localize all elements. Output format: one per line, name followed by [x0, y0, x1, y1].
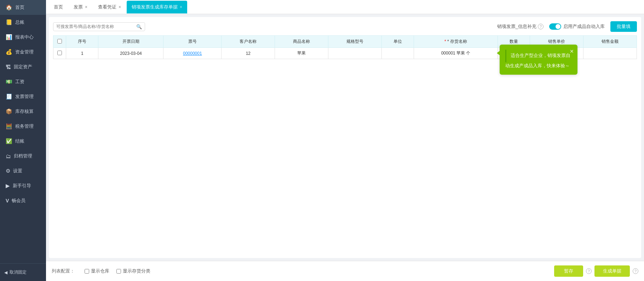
- tooltip-indicator: [505, 50, 506, 62]
- show-warehouse-checkbox[interactable]: [85, 269, 89, 274]
- toggle-label: 启用产成品自动入库: [563, 23, 605, 30]
- row-checkbox[interactable]: [57, 51, 62, 55]
- sidebar-item-tax[interactable]: 🧮 税务管理: [0, 119, 46, 134]
- select-all-checkbox[interactable]: [57, 39, 62, 44]
- fixed-assets-icon: 🏗: [6, 64, 11, 70]
- sidebar-item-settle[interactable]: ✅ 结账: [0, 134, 46, 149]
- sidebar-item-ledger[interactable]: 📒 总账: [0, 15, 46, 30]
- funds-icon: 💰: [6, 49, 12, 55]
- sidebar: 🏠 首页 📒 总账 📊 报表中心 💰 资金管理 🏗 固定资产 💵 工资 🧾 发票…: [0, 0, 46, 281]
- cell-amount: [583, 48, 637, 59]
- row-checkbox-cell: [53, 48, 66, 59]
- header-ticket-no: 票号: [163, 36, 222, 48]
- sidebar-label-ledger: 总账: [15, 19, 24, 25]
- show-category-checkbox[interactable]: [116, 269, 121, 274]
- show-category-checkbox-label[interactable]: 显示存货分类: [116, 268, 150, 274]
- tab-invoice-close[interactable]: ×: [85, 5, 87, 9]
- generate-help-icon[interactable]: ?: [633, 268, 638, 274]
- ledger-icon: 📒: [6, 19, 12, 25]
- cell-spec: [328, 48, 382, 59]
- sidebar-item-payroll[interactable]: 💵 工资: [0, 74, 46, 89]
- sidebar-label-invoice-mgmt: 发票管理: [15, 93, 34, 100]
- tab-home[interactable]: 首页: [49, 1, 68, 13]
- header-amount: 销售金额: [583, 36, 637, 48]
- toolbar-row: 🔍 销项发票_信息补充 ? 启用产成品自动入库 批量填: [53, 21, 637, 32]
- tab-home-label: 首页: [54, 4, 63, 10]
- header-seq: 序号: [66, 36, 98, 48]
- cell-inventory: 000001 苹果 个: [414, 48, 498, 59]
- save-help-icon[interactable]: ?: [586, 268, 592, 274]
- sidebar-item-reports[interactable]: 📊 报表中心: [0, 30, 46, 45]
- tab-voucher-close[interactable]: ×: [119, 5, 121, 9]
- sidebar-label-vip: 畅会员: [12, 197, 25, 204]
- sidebar-label-settings: 设置: [13, 168, 22, 174]
- toggle-area: 启用产成品自动入库: [549, 23, 605, 30]
- tooltip-close-button[interactable]: ✕: [570, 47, 574, 55]
- search-input[interactable]: [56, 24, 134, 29]
- header-inventory: * * 存货名称: [414, 36, 498, 48]
- sidebar-item-fixed-assets[interactable]: 🏗 固定资产: [0, 59, 46, 74]
- list-config-label: 列表配置：: [52, 268, 75, 274]
- sidebar-item-home[interactable]: 🏠 首页: [0, 0, 46, 15]
- info-help-icon[interactable]: ?: [538, 24, 544, 29]
- invoice-mgmt-icon: 🧾: [6, 93, 12, 100]
- show-warehouse-label: 显示仓库: [91, 268, 109, 274]
- tab-stock-entry[interactable]: 销项发票生成库存单据 ×: [127, 1, 187, 13]
- sidebar-bottom: ◀ 取消固定: [0, 263, 46, 281]
- archive-icon: 🗂: [6, 153, 11, 159]
- sidebar-label-guide: 新手引导: [13, 183, 31, 189]
- settings-icon: ⚙: [6, 168, 10, 174]
- search-icon: 🔍: [136, 24, 142, 29]
- home-icon: 🏠: [6, 4, 12, 11]
- sidebar-label-funds: 资金管理: [15, 49, 34, 55]
- header-customer: 客户名称: [222, 36, 275, 48]
- sidebar-item-invoice-mgmt[interactable]: 🧾 发票管理: [0, 89, 46, 104]
- unpin-button[interactable]: ◀ 取消固定: [0, 266, 46, 278]
- cell-date: 2023-03-04: [98, 48, 163, 59]
- cell-unit: [381, 48, 414, 59]
- sidebar-item-guide[interactable]: ▶ 新手引导: [0, 178, 46, 193]
- show-warehouse-checkbox-label[interactable]: 显示仓库: [85, 268, 109, 274]
- payroll-icon: 💵: [6, 79, 12, 85]
- bottom-bar: 列表配置： 显示仓库 显示存货分类 暂存 ? 生成单据 ?: [46, 261, 644, 281]
- header-unit: 单位: [381, 36, 414, 48]
- info-label-text: 销项发票_信息补充: [497, 23, 536, 30]
- sidebar-label-inventory: 库存核算: [15, 108, 34, 115]
- main-content: 首页 发票 × 查看凭证 × 销项发票生成库存单据 × 🔍 销项发票_信息补充: [46, 0, 644, 281]
- tooltip-popup: ✕ 适合生产型企业，销项发票自动生成产成品入库，快来体验～: [500, 45, 577, 75]
- sidebar-item-settings[interactable]: ⚙ 设置: [0, 164, 46, 178]
- sidebar-item-vip[interactable]: V 畅会员: [0, 193, 46, 208]
- tab-voucher-label: 查看凭证: [98, 4, 116, 10]
- sidebar-item-funds[interactable]: 💰 资金管理: [0, 45, 46, 59]
- batch-fill-button[interactable]: 批量填: [610, 21, 637, 32]
- auto-warehouse-toggle[interactable]: [549, 23, 561, 30]
- header-spec: 规格型号: [328, 36, 382, 48]
- tab-stock-entry-label: 销项发票生成库存单据: [132, 4, 178, 10]
- generate-button[interactable]: 生成单据: [594, 265, 630, 277]
- search-box[interactable]: 🔍: [53, 22, 145, 31]
- tooltip-text: 适合生产型企业，销项发票自动生成产成品入库，快来体验～: [505, 53, 570, 68]
- sidebar-item-inventory[interactable]: 📦 库存核算: [0, 104, 46, 119]
- vip-icon: V: [6, 198, 9, 203]
- cell-ticket-no[interactable]: 00000001: [163, 48, 222, 59]
- info-label: 销项发票_信息补充 ?: [497, 23, 544, 30]
- tax-icon: 🧮: [6, 123, 12, 130]
- content-area: 🔍 销项发票_信息补充 ? 启用产成品自动入库 批量填: [49, 17, 641, 258]
- save-button[interactable]: 暂存: [554, 265, 583, 277]
- sidebar-label-archive: 归档管理: [14, 153, 32, 159]
- sidebar-item-archive[interactable]: 🗂 归档管理: [0, 149, 46, 164]
- sidebar-label-reports: 报表中心: [15, 34, 34, 40]
- header-checkbox-cell: [53, 36, 66, 48]
- header-date: 开票日期: [98, 36, 163, 48]
- sidebar-label-home: 首页: [15, 4, 24, 11]
- toolbar-right: 销项发票_信息补充 ? 启用产成品自动入库 批量填: [497, 21, 637, 32]
- tab-stock-entry-close[interactable]: ×: [180, 5, 182, 9]
- tab-invoice-label: 发票: [74, 4, 83, 10]
- sidebar-label-settle: 结账: [15, 138, 24, 144]
- sidebar-label-tax: 税务管理: [15, 123, 34, 130]
- unpin-label: 取消固定: [10, 269, 27, 275]
- tab-voucher[interactable]: 查看凭证 ×: [93, 1, 126, 13]
- tab-invoice[interactable]: 发票 ×: [69, 1, 92, 13]
- tab-bar: 首页 发票 × 查看凭证 × 销项发票生成库存单据 ×: [46, 0, 644, 14]
- cell-product: 苹果: [275, 48, 328, 59]
